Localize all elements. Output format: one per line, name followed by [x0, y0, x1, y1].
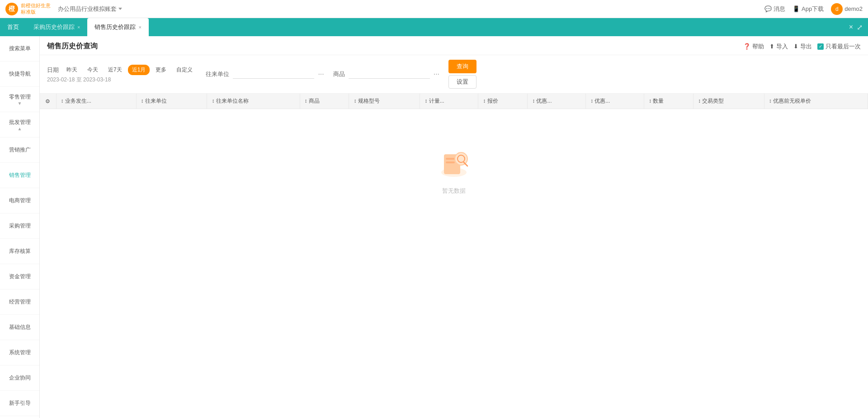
table-container: ⚙ ↕ 业务发生... ↕ 往来单位 ↕ 往来单位名称 ↕ 商品	[40, 94, 868, 418]
sidebar-item-retail-mgmt[interactable]: 零售管理 ▼	[0, 87, 39, 112]
purchase-mgmt-label: 采购管理	[9, 222, 31, 230]
quick-nav-label: 快捷导航	[9, 70, 31, 78]
page-header: 销售历史价查询 ❓ 帮助 ⬆ 导入 ⬇ 导出 ✓ 只看最后一次	[40, 36, 868, 55]
avatar: d	[831, 3, 843, 15]
sidebar-item-finance[interactable]: 资金管理	[0, 264, 39, 290]
sidebar-item-enterprise-collab[interactable]: 企业协同	[0, 366, 39, 391]
close-tab-purchase-icon[interactable]: ×	[77, 24, 80, 30]
help-button[interactable]: ❓ 帮助	[743, 43, 764, 51]
empty-text: 暂无数据	[442, 187, 466, 195]
sidebar-item-wholesale-mgmt[interactable]: 批发管理 ▲	[0, 112, 39, 138]
empty-state: 暂无数据	[40, 109, 868, 231]
tab-purchase-history[interactable]: 采购历史价跟踪 ×	[26, 18, 87, 36]
date-btn-custom[interactable]: 自定义	[172, 65, 197, 75]
sidebar-item-system[interactable]: 系统管理	[0, 340, 39, 366]
date-btn-yesterday[interactable]: 昨天	[62, 65, 81, 75]
page-header-actions: ❓ 帮助 ⬆ 导入 ⬇ 导出 ✓ 只看最后一次	[743, 43, 861, 51]
sidebar-item-basic-info[interactable]: 基础信息	[0, 315, 39, 340]
operations-label: 经营管理	[9, 298, 31, 306]
sidebar-item-sales-mgmt[interactable]: 销售管理	[0, 163, 39, 188]
sidebar-item-quick-nav[interactable]: 快捷导航	[0, 62, 39, 87]
column-counterparty-code[interactable]: ↕ 往来单位	[136, 94, 207, 109]
counterparty-label: 往来单位	[206, 70, 229, 78]
counterparty-input[interactable]	[233, 70, 314, 79]
user-menu[interactable]: d demo2	[831, 3, 863, 15]
goods-picker-icon[interactable]: ···	[434, 70, 439, 78]
date-btn-1month[interactable]: 近1月	[128, 65, 150, 75]
search-menu-label: 搜索菜单	[9, 45, 31, 52]
import-icon: ⬆	[769, 43, 774, 50]
query-button[interactable]: 查询	[448, 60, 476, 73]
close-window-button[interactable]: ×	[849, 23, 853, 31]
svg-point-4	[455, 152, 467, 165]
goods-input[interactable]	[349, 70, 430, 79]
column-discount2[interactable]: ↕ 优惠...	[586, 94, 644, 109]
message-button[interactable]: 💬 消息	[764, 5, 785, 13]
column-goods[interactable]: ↕ 商品	[300, 94, 349, 109]
marketing-label: 营销推广	[9, 146, 31, 154]
basic-info-label: 基础信息	[9, 323, 31, 331]
main-area: 搜索菜单 快捷导航 零售管理 ▼ 批发管理 ▲ 营销推广 销售管理 电商管理 采…	[0, 36, 868, 418]
empty-illustration	[436, 145, 472, 181]
date-btn-today[interactable]: 今天	[83, 65, 102, 75]
tab-window-actions: × ⤢	[844, 23, 868, 32]
column-unit[interactable]: ↕ 计量...	[420, 94, 478, 109]
filter-actions: 查询 设置	[448, 60, 476, 89]
column-discount1[interactable]: ↕ 优惠...	[528, 94, 586, 109]
tab-bar: 首页 采购历史价跟踪 × 销售历史价跟踪 × × ⤢	[0, 18, 868, 36]
sidebar-item-marketing[interactable]: 营销推广	[0, 138, 39, 163]
goods-label: 商品	[333, 70, 345, 78]
top-bar-left: 橙 前橙信好生意 标准版 办公用品行业模拟账套	[5, 3, 126, 15]
counterparty-filter-group: 往来单位 ···	[206, 70, 324, 79]
date-filter-group: 日期 昨天 今天 近7天 近1月 更多 自定义 2023-02-18 至 202…	[47, 65, 197, 84]
maximize-window-button[interactable]: ⤢	[857, 23, 863, 32]
column-trade-type[interactable]: ↕ 交易类型	[693, 94, 764, 109]
export-icon: ⬇	[793, 43, 798, 50]
date-range-display: 2023-02-18 至 2023-03-18	[47, 76, 197, 84]
date-label: 日期	[47, 66, 59, 74]
export-button[interactable]: ⬇ 导出	[793, 43, 812, 51]
tab-sales-history[interactable]: 销售历史价跟踪 ×	[87, 18, 148, 36]
svg-rect-3	[446, 162, 455, 163]
sidebar-item-new-guide[interactable]: 新手引导	[0, 391, 39, 416]
checkbox-icon: ✓	[817, 43, 824, 50]
tab-home[interactable]: 首页	[0, 18, 26, 36]
top-bar: 橙 前橙信好生意 标准版 办公用品行业模拟账套 💬 消息 📱 App下载 d d…	[0, 0, 868, 18]
wholesale-mgmt-label: 批发管理	[9, 119, 31, 126]
column-biz-date[interactable]: ↕ 业务发生...	[56, 94, 136, 109]
sidebar-item-purchase-mgmt[interactable]: 采购管理	[0, 214, 39, 239]
column-spec[interactable]: ↕ 规格型号	[349, 94, 420, 109]
sidebar-item-inventory[interactable]: 库存核算	[0, 239, 39, 264]
logo-text: 前橙信好生意 标准版	[21, 3, 51, 14]
enterprise-collab-label: 企业协同	[9, 374, 31, 382]
app-selector[interactable]: 办公用品行业模拟账套	[54, 3, 126, 15]
close-tab-sales-icon[interactable]: ×	[138, 24, 141, 30]
data-table: ⚙ ↕ 业务发生... ↕ 往来单位 ↕ 往来单位名称 ↕ 商品	[40, 94, 868, 109]
finance-label: 资金管理	[9, 273, 31, 280]
wholesale-expand-icon: ▲	[18, 126, 22, 131]
sidebar-item-search-menu[interactable]: 搜索菜单	[0, 36, 39, 62]
date-options: 昨天 今天 近7天 近1月 更多 自定义	[62, 65, 197, 75]
message-icon: 💬	[764, 5, 772, 12]
only-last-checkbox[interactable]: ✓ 只看最后一次	[817, 43, 861, 51]
import-button[interactable]: ⬆ 导入	[769, 43, 788, 51]
app-download-button[interactable]: 📱 App下载	[793, 5, 824, 13]
logo-icon: 橙	[5, 3, 18, 15]
column-pre-tax-price[interactable]: ↕ 优惠前无税单价	[764, 94, 868, 109]
ecommerce-label: 电商管理	[9, 197, 31, 204]
new-guide-label: 新手引导	[9, 399, 31, 407]
system-label: 系统管理	[9, 349, 31, 356]
column-quantity[interactable]: ↕ 数量	[644, 94, 693, 109]
settings-button[interactable]: 设置	[448, 75, 476, 89]
column-quote-price[interactable]: ↕ 报价	[478, 94, 528, 109]
column-counterparty-name[interactable]: ↕ 往来单位名称	[207, 94, 300, 109]
table-header-row: ⚙ ↕ 业务发生... ↕ 往来单位 ↕ 往来单位名称 ↕ 商品	[40, 94, 868, 109]
column-settings[interactable]: ⚙	[40, 94, 56, 109]
sidebar-item-operations[interactable]: 经营管理	[0, 290, 39, 315]
date-btn-more[interactable]: 更多	[151, 65, 170, 75]
counterparty-picker-icon[interactable]: ···	[318, 70, 324, 78]
sales-mgmt-label: 销售管理	[9, 171, 31, 179]
sidebar-item-ecommerce[interactable]: 电商管理	[0, 188, 39, 214]
sidebar-item-app-center[interactable]: 应用中心	[0, 416, 39, 418]
date-btn-7days[interactable]: 近7天	[104, 65, 126, 75]
